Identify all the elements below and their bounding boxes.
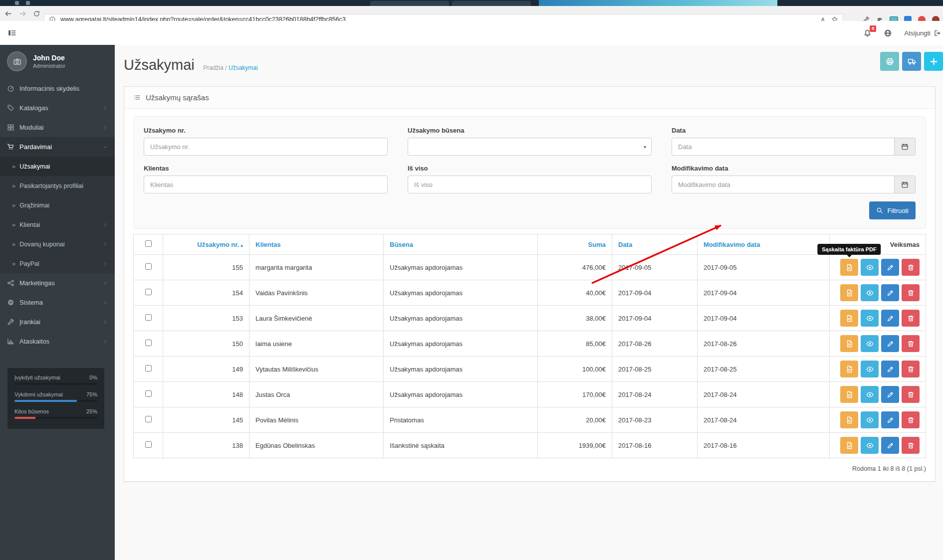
edit-button[interactable] xyxy=(881,310,899,327)
pinned-tab-icon[interactable] xyxy=(15,1,19,5)
invoice-pdf-button[interactable] xyxy=(840,284,858,301)
pinned-tab-icon[interactable] xyxy=(26,1,30,5)
calendar-button[interactable] xyxy=(895,176,916,193)
view-button[interactable] xyxy=(861,361,879,377)
invoice-pdf-button[interactable] xyxy=(840,411,858,428)
sidebar-item-dashboard[interactable]: Informacinis skydelis xyxy=(0,79,115,98)
filter-label: Modifikavimo data xyxy=(672,165,916,172)
view-button[interactable] xyxy=(861,411,879,428)
filter-button[interactable]: Filtruoti xyxy=(869,201,916,219)
view-button[interactable] xyxy=(861,259,879,276)
sidebar-item-tools[interactable]: Įrankiai xyxy=(0,312,115,332)
cell-total: 85,00€ xyxy=(538,331,612,357)
invoice-pdf-button[interactable] xyxy=(840,335,858,352)
browser-tab[interactable] xyxy=(370,1,449,6)
screen: IP 0 Atsijungti John Doe Adm xyxy=(0,0,943,560)
add-order-button[interactable] xyxy=(924,52,943,71)
view-button[interactable] xyxy=(861,335,879,352)
delete-button[interactable] xyxy=(902,361,920,377)
edit-button[interactable] xyxy=(881,411,899,428)
storefront-globe-button[interactable] xyxy=(884,29,892,37)
select-all-checkbox[interactable] xyxy=(145,240,152,247)
invoice-pdf-button[interactable] xyxy=(840,437,858,454)
row-checkbox[interactable] xyxy=(145,416,152,422)
tag-icon xyxy=(7,104,14,112)
cell-date-modified: 2017-09-04 xyxy=(698,306,830,331)
delete-button[interactable] xyxy=(902,284,920,301)
stat-progress-bar xyxy=(14,417,97,419)
sort-link-order-no[interactable]: Užsakymo nr. xyxy=(197,241,239,248)
edit-button[interactable] xyxy=(881,284,899,301)
invoice-pdf-button[interactable] xyxy=(840,361,858,377)
browser-tab-active[interactable] xyxy=(539,0,777,6)
sort-link-date-modified[interactable]: Modifikavimo data xyxy=(704,241,760,248)
chevron-right-icon xyxy=(103,320,108,325)
forward-button[interactable] xyxy=(18,9,27,18)
filter-select-order-status[interactable] xyxy=(408,138,652,156)
breadcrumb-separator: / xyxy=(225,64,227,71)
sort-link-customer[interactable]: Klientas xyxy=(255,241,281,248)
row-checkbox[interactable] xyxy=(145,340,152,346)
sidebar-item-sales[interactable]: Pardavimai xyxy=(0,137,115,157)
sort-link-total[interactable]: Suma xyxy=(588,241,606,248)
view-button[interactable] xyxy=(861,284,879,301)
row-checkbox[interactable] xyxy=(145,263,152,270)
edit-button[interactable] xyxy=(881,259,899,276)
view-button[interactable] xyxy=(861,437,879,454)
sidebar-subitem-customers[interactable]: »Klientai xyxy=(0,215,115,234)
filter-input-customer[interactable] xyxy=(144,176,388,193)
sidebar-item-modules[interactable]: Moduliai xyxy=(0,118,115,137)
sidebar-subitem-recurring-profiles[interactable]: »Pasikartojantys profiliai xyxy=(0,176,115,195)
delete-button[interactable] xyxy=(902,335,920,352)
filter-input-total[interactable] xyxy=(408,176,652,193)
sidebar-subitem-orders[interactable]: »Užsakymai xyxy=(0,157,115,176)
filter-label: Data xyxy=(672,127,916,134)
reload-button[interactable] xyxy=(33,10,40,17)
row-checkbox[interactable] xyxy=(145,390,152,397)
sort-link-status[interactable]: Būsena xyxy=(390,241,413,248)
view-button[interactable] xyxy=(861,310,879,327)
sidebar-subitem-gift-vouchers[interactable]: »Dovanų kuponai xyxy=(0,234,115,254)
view-button[interactable] xyxy=(861,386,879,403)
delete-button[interactable] xyxy=(902,411,920,428)
page-action-buttons xyxy=(880,52,943,71)
browser-tab[interactable] xyxy=(452,1,531,6)
sidebar-item-catalog[interactable]: Katalogas xyxy=(0,98,115,118)
sidebar-subitem-returns[interactable]: »Grąžinimai xyxy=(0,195,115,215)
delete-button[interactable] xyxy=(902,310,920,327)
filter-input-order-no[interactable] xyxy=(144,138,388,156)
sidebar-item-system[interactable]: Sistema xyxy=(0,293,115,312)
chevron-down-icon xyxy=(103,145,108,150)
invoice-pdf-button[interactable]: Sąskaita faktūra PDF xyxy=(840,259,858,276)
row-checkbox[interactable] xyxy=(145,314,152,321)
filter-input-date-modified[interactable] xyxy=(672,176,895,193)
edit-button[interactable] xyxy=(881,335,899,352)
back-button[interactable] xyxy=(4,9,12,18)
calendar-button[interactable] xyxy=(895,138,916,156)
column-header-date-modified: Modifikavimo data xyxy=(698,234,830,255)
invoice-pdf-button[interactable] xyxy=(840,310,858,327)
row-checkbox[interactable] xyxy=(145,289,152,295)
invoice-print-button[interactable] xyxy=(880,52,899,71)
row-checkbox[interactable] xyxy=(145,365,152,372)
row-checkbox[interactable] xyxy=(145,441,152,448)
breadcrumb-home[interactable]: Pradžia xyxy=(203,64,224,71)
sort-link-date-added[interactable]: Data xyxy=(618,241,632,248)
pencil-icon xyxy=(887,315,894,322)
sidebar-subitem-paypal[interactable]: »PayPal xyxy=(0,254,115,273)
edit-button[interactable] xyxy=(881,437,899,454)
edit-button[interactable] xyxy=(881,386,899,403)
menu-toggle-button[interactable] xyxy=(5,26,19,39)
edit-button[interactable] xyxy=(881,361,899,377)
shipping-list-button[interactable] xyxy=(902,52,921,71)
filter-input-date-added[interactable] xyxy=(672,138,895,156)
logout-button[interactable]: Atsijungti xyxy=(904,29,942,37)
delete-button[interactable] xyxy=(902,437,920,454)
delete-button[interactable] xyxy=(902,386,920,403)
delete-button[interactable] xyxy=(902,259,920,276)
invoice-pdf-button[interactable] xyxy=(840,386,858,403)
breadcrumb-current[interactable]: Užsakymai xyxy=(229,64,258,71)
notifications-button[interactable]: 0 xyxy=(863,29,872,37)
sidebar-item-reports[interactable]: Ataskaitos xyxy=(0,332,115,351)
sidebar-item-marketing[interactable]: Marketingas xyxy=(0,273,115,293)
